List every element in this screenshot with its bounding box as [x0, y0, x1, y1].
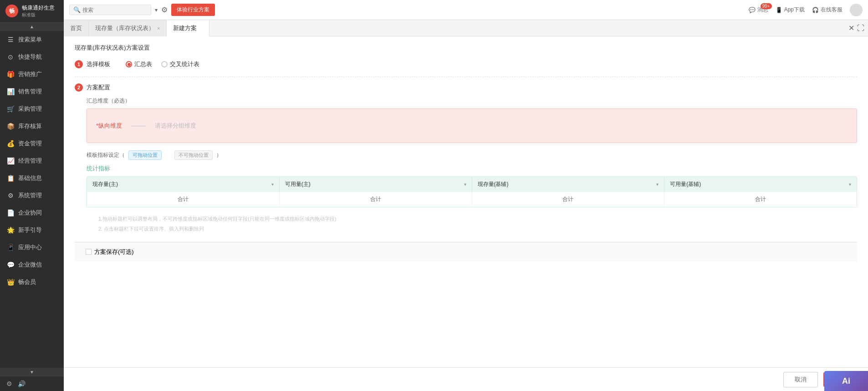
col4-chevron-icon[interactable]: ▾ [849, 182, 851, 187]
template-summary-option[interactable]: 汇总表 [126, 60, 152, 68]
template-options: 汇总表 交叉统计表 [126, 60, 199, 68]
stats-section-title: 统计指标 [87, 165, 857, 173]
topbar: 🔍 ▾ ⚙ 体验行业方案 💬 消息 99+ 📱 App下载 🎧 在线客服 [64, 0, 868, 20]
section-select-template: 1 选择模板 汇总表 交叉统计表 [75, 60, 857, 68]
dimension-area[interactable]: *纵向维度 —— 请选择分组维度 [87, 108, 857, 143]
col3-chevron-icon[interactable]: ▾ [656, 182, 659, 187]
bottom-bar: 取消 查询 [64, 367, 868, 391]
topbar-right: 💬 消息 99+ 📱 App下载 🎧 在线客服 [749, 4, 863, 16]
sidebar-item-sales[interactable]: 📊 销售管理 [0, 83, 64, 100]
non-draggable-tag: 不可拖动位置 [174, 150, 213, 160]
marketing-icon: 🎁 [6, 70, 15, 78]
stats-col-3[interactable]: 现存量(基辅) ▾ [472, 177, 665, 192]
vertical-dim-label: *纵向维度 [96, 122, 122, 130]
stats-col-4[interactable]: 可用量(基辅) ▾ [664, 177, 857, 192]
gear-icon: ⚙ [161, 6, 168, 14]
sidebar: 畅 畅康通好生意 标准版 ▲ ☰ 搜索菜单 ⊙ 快捷导航 🎁 营销推广 📊 销售… [0, 0, 64, 391]
col2-chevron-icon[interactable]: ▾ [464, 182, 466, 187]
sidebar-item-newbie[interactable]: 🌟 新手引导 [0, 221, 64, 239]
template-crosstab-option[interactable]: 交叉统计表 [161, 60, 199, 68]
operations-icon: 📈 [6, 157, 15, 165]
brand-text: 畅康通好生意 标准版 [22, 5, 55, 18]
col1-chevron-icon[interactable]: ▾ [271, 182, 274, 187]
metric-settings: 模板指标设定（可拖动位置 不可拖动位置） 统计指标 现存量(主) ▾ 可用量(主… [87, 150, 857, 234]
window-expand-button[interactable]: ⛶ [857, 24, 864, 32]
sidebar-footer: ⚙ 🔊 [0, 376, 64, 391]
system-icon: ⚙ [6, 191, 15, 200]
sidebar-item-quick-nav[interactable]: ⊙ 快捷导航 [0, 48, 64, 66]
tab-new-scheme[interactable]: 新建方案 × [167, 20, 209, 36]
section1-num: 1 [75, 60, 83, 68]
contracts-icon: 📄 [6, 209, 15, 217]
section2-num: 2 [75, 83, 83, 92]
page-content: 现存量(库存状况表)方案设置 1 选择模板 汇总表 交叉统计表 [64, 36, 868, 367]
sound-footer-icon[interactable]: 🔊 [18, 380, 26, 387]
section1-header: 1 选择模板 汇总表 交叉统计表 [75, 60, 857, 68]
tab-inventory-close[interactable]: × [157, 26, 160, 31]
sidebar-item-wechat[interactable]: 💬 企业微信 [0, 256, 64, 273]
app-center-icon: 📱 [6, 243, 15, 252]
sidebar-scroll-down[interactable]: ▼ [0, 368, 64, 376]
purchase-icon: 🛒 [6, 105, 15, 113]
draggable-tag: 可拖动位置 [128, 150, 162, 160]
save-option-label: 方案保存(可选) [94, 248, 134, 256]
dimension-sublabel: 汇总维度（必选） [87, 97, 857, 105]
divider-1 [75, 77, 857, 77]
sidebar-item-purchase[interactable]: 🛒 采购管理 [0, 100, 64, 118]
cancel-button[interactable]: 取消 [783, 372, 818, 387]
settings-footer-icon[interactable]: ⚙ [6, 380, 12, 387]
stats-body-col-3: 合计 [472, 192, 665, 207]
sidebar-item-basic-info[interactable]: 📋 基础信息 [0, 170, 64, 187]
sidebar-item-app-center[interactable]: 📱 应用中心 [0, 239, 64, 256]
tip-2: 2. 点击标题栏下拉可设置排序、插入列和删除列 [98, 225, 857, 234]
tab-new-close[interactable]: × [199, 26, 202, 31]
search-menu-icon: ☰ [6, 36, 15, 44]
stats-col-1[interactable]: 现存量(主) ▾ [87, 177, 280, 192]
wechat-icon: 💬 [6, 261, 15, 269]
app-download-button[interactable]: 📱 App下载 [776, 6, 805, 14]
crosstab-radio[interactable] [161, 61, 168, 67]
page-title: 现存量(库存状况表)方案设置 [75, 44, 857, 52]
messages-button[interactable]: 💬 消息 99+ [749, 6, 768, 14]
sidebar-item-operations[interactable]: 📈 经营管理 [0, 152, 64, 170]
topbar-expand-button[interactable]: ▾ [155, 7, 158, 13]
sidebar-item-finance[interactable]: 💰 资金管理 [0, 135, 64, 152]
newbie-icon: 🌟 [6, 226, 15, 234]
search-input[interactable] [82, 7, 147, 13]
stats-col-2[interactable]: 可用量(主) ▾ [280, 177, 472, 192]
window-close-button[interactable]: ✕ [848, 24, 854, 32]
topbar-gear-button[interactable]: ⚙ [161, 5, 168, 14]
metric-settings-label: 模板指标设定（可拖动位置 不可拖动位置） [87, 150, 857, 160]
quick-nav-icon: ⊙ [6, 53, 15, 61]
sidebar-item-marketing[interactable]: 🎁 营销推广 [0, 66, 64, 83]
sidebar-item-search-menu[interactable]: ☰ 搜索菜单 [0, 31, 64, 48]
user-avatar[interactable] [850, 4, 863, 16]
tabbar: 首页 现存量（库存状况表） × 新建方案 × ✕ ⛶ [64, 20, 868, 36]
search-box[interactable]: 🔍 [69, 5, 151, 15]
sales-icon: 📊 [6, 87, 15, 96]
download-icon: 📱 [776, 7, 782, 13]
membership-icon: 👑 [6, 278, 15, 286]
main-area: 🔍 ▾ ⚙ 体验行业方案 💬 消息 99+ 📱 App下载 🎧 在线客服 [64, 0, 868, 391]
dim-dash: —— [131, 122, 146, 130]
dim-placeholder: 请选择分组维度 [155, 122, 196, 130]
tip-1: 1.拖动标题栏可以调整布局，不可跨维度或指标区域拖动任何目字段(只能在同一维度或… [98, 215, 857, 224]
ai-float-button[interactable]: Ai [824, 371, 868, 391]
sidebar-item-system[interactable]: ⚙ 系统管理 [0, 187, 64, 204]
tab-inventory[interactable]: 现存量（库存状况表） × [89, 20, 167, 36]
sidebar-scroll-up[interactable]: ▲ [0, 23, 64, 31]
section1-title: 选择模板 [87, 60, 110, 68]
stats-body-col-2: 合计 [280, 192, 472, 207]
sidebar-item-contracts[interactable]: 📄 企业协同 [0, 204, 64, 221]
save-checkbox[interactable] [86, 249, 92, 255]
tab-home[interactable]: 首页 [64, 20, 89, 36]
trial-button[interactable]: 体验行业方案 [171, 4, 215, 16]
sidebar-item-inventory[interactable]: 📦 库存核算 [0, 118, 64, 135]
section2-header: 2 方案配置 [75, 83, 857, 92]
tabbar-actions: ✕ ⛶ [848, 24, 868, 32]
customer-service-button[interactable]: 🎧 在线客服 [812, 6, 842, 14]
section-scheme-config: 2 方案配置 汇总维度（必选） *纵向维度 —— 请选择分组维度 模板指标设定（… [75, 83, 857, 234]
stats-table: 现存量(主) ▾ 可用量(主) ▾ 现存量(基辅) ▾ [87, 176, 857, 207]
sidebar-item-membership[interactable]: 👑 畅会员 [0, 273, 64, 291]
summary-radio[interactable] [126, 61, 132, 67]
